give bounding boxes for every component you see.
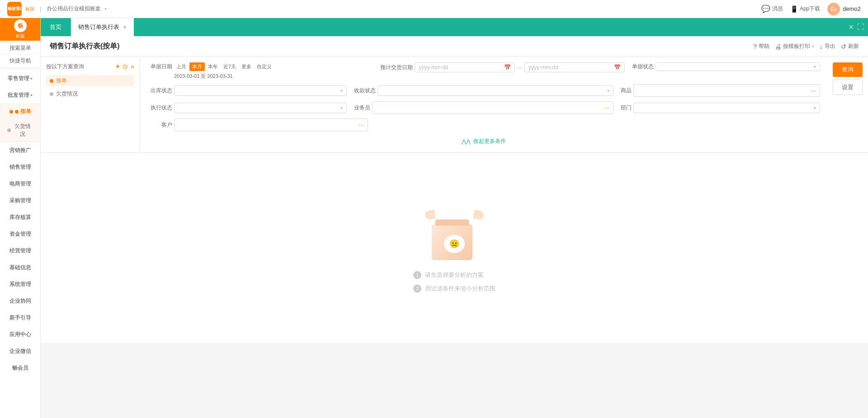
sidebar-item-label-member: 畅会员 xyxy=(12,364,28,372)
expected-date-start-placeholder: yyyy-mm-dd xyxy=(419,64,502,71)
sidebar-logo[interactable]: 畅 标版 xyxy=(0,18,40,41)
app-download-action[interactable]: 📱 App下载 xyxy=(790,5,820,13)
tab-sales-order[interactable]: 销售订单执行表 × xyxy=(71,18,134,36)
setting-button[interactable]: 设置 xyxy=(833,80,863,95)
tab-minimize-btn[interactable]: × xyxy=(849,23,854,32)
sidebar-item-wholesale[interactable]: 批发管理 ▾ xyxy=(0,87,40,104)
sub-item-label-order: 按单 xyxy=(20,108,31,115)
order-status-label: 单据状态 xyxy=(632,63,654,71)
sidebar-item-wechat[interactable]: 企业微信 xyxy=(0,343,40,360)
mobile-icon: 📱 xyxy=(790,5,798,13)
sub-item-label-debt: 欠货情况 xyxy=(13,123,33,138)
payment-status-select[interactable]: ▾ xyxy=(377,86,613,96)
calendar-icon-start: 📅 xyxy=(504,64,511,71)
filter-row-3: 执行状态 ▾ 业务员 ··· xyxy=(147,101,820,114)
sidebar-sub-item-order[interactable]: 按单 xyxy=(0,104,40,119)
sidebar-item-label-appstore: 应用中心 xyxy=(9,331,31,338)
chevron-icon-retail: ▾ xyxy=(30,76,33,81)
payment-arrow-icon: ▾ xyxy=(607,88,609,93)
sidebar-item-label-system: 系统管理 xyxy=(9,280,31,288)
tab-home[interactable]: 首页 xyxy=(41,18,71,36)
customer-label: 客户 xyxy=(147,121,172,129)
sidebar-quicknav[interactable]: 快捷导航 xyxy=(0,54,40,68)
filter-customer-group: 客户 ··· xyxy=(147,119,368,131)
customer-input[interactable]: ··· xyxy=(174,119,368,131)
date-btn-last-month[interactable]: 上月 xyxy=(174,62,189,71)
dept-select[interactable]: ▾ xyxy=(633,103,820,113)
print-label: 按模板打印 xyxy=(783,43,810,50)
app-download-label: App下载 xyxy=(800,5,820,13)
sidebar-divider-1 xyxy=(0,69,40,69)
inactive-dot xyxy=(7,128,11,132)
order-status-select[interactable]: ▾ xyxy=(656,62,820,71)
sidebar-item-enterprise[interactable]: 企业协同 xyxy=(0,293,40,309)
edit-scheme-btn[interactable]: ⊙ xyxy=(123,63,128,70)
filter-row-2: 出库状态 ▾ 收款状态 xyxy=(147,84,820,97)
empty-steps: 1 请先选择要分析的方案 2 用过滤条件来缩小分析范围 xyxy=(413,269,495,294)
refresh-btn[interactable]: ↺ 刷新 xyxy=(841,43,859,50)
step-1-num: 1 xyxy=(413,271,421,279)
expected-date-start[interactable]: yyyy-mm-dd 📅 xyxy=(415,62,515,72)
expected-date-end[interactable]: yyyy-mm-dd 📅 xyxy=(524,62,625,72)
scheme-item-order[interactable]: 按单 xyxy=(46,75,134,86)
filter-date-header: 单据日期 上月 本月 本年 近7天 更多 自定义 xyxy=(147,62,373,71)
sidebar-item-member[interactable]: 畅会员 xyxy=(0,360,40,376)
add-scheme-btn[interactable]: + xyxy=(116,62,120,71)
exec-status-label: 执行状态 xyxy=(147,104,172,112)
export-label: 导出 xyxy=(825,43,835,50)
sidebar-item-finance[interactable]: 资金管理 xyxy=(0,226,40,242)
tab-close-icon[interactable]: × xyxy=(123,24,127,30)
empty-state: 😐 1 请先选择要分析的方案 2 用过滤条件来缩小分析范围 xyxy=(41,153,868,343)
sidebar-sub-item-debt[interactable]: 欠货情况 xyxy=(0,119,40,142)
collapse-scheme-btn[interactable]: « xyxy=(131,63,134,70)
date-btn-this-year[interactable]: 本年 xyxy=(206,62,220,71)
breadcrumb-arrow[interactable]: ▾ xyxy=(104,6,107,11)
collapse-conditions-btn[interactable]: ⋀⋀ 收起更多条件 xyxy=(147,136,820,147)
expected-date-end-placeholder: yyyy-mm-dd xyxy=(528,64,612,71)
export-btn[interactable]: ↓ 导出 xyxy=(820,43,835,50)
empty-illustration: 😐 xyxy=(423,201,486,260)
date-btn-more[interactable]: 更多 xyxy=(239,62,254,71)
export-icon: ↓ xyxy=(820,43,823,50)
date-btn-this-month[interactable]: 本月 xyxy=(189,62,205,71)
filter-exec-status-group: 执行状态 ▾ xyxy=(147,103,347,113)
app-logo[interactable]: 畅捷通好生意 xyxy=(7,2,22,16)
sidebar-item-basic[interactable]: 基础信息 xyxy=(0,259,40,276)
expected-date-label: 预计交货日期 xyxy=(380,64,413,71)
sidebar-item-label-marketing: 营销推广 xyxy=(9,147,31,154)
exec-status-select[interactable]: ▾ xyxy=(174,103,347,113)
sidebar-item-system[interactable]: 系统管理 xyxy=(0,276,40,293)
payment-status-label: 收款状态 xyxy=(354,87,376,95)
product-input[interactable]: ··· xyxy=(633,84,820,97)
print-arrow-icon: ▾ xyxy=(812,44,814,49)
logo-text: 畅捷通好生意 xyxy=(8,6,21,11)
tab-maximize-btn[interactable]: ⛶ xyxy=(857,23,864,31)
sidebar-search[interactable]: 搜索菜单 xyxy=(0,41,40,54)
help-btn[interactable]: ? 帮助 xyxy=(753,43,769,50)
user-profile[interactable]: Ea demo2 xyxy=(827,3,861,15)
step-1-text: 请先选择要分析的方案 xyxy=(425,269,484,281)
sidebar-item-ecommerce[interactable]: 电商管理 xyxy=(0,176,40,192)
sidebar-item-marketing[interactable]: 营销推广 xyxy=(0,142,40,159)
date-btn-last7[interactable]: 近7天 xyxy=(221,62,238,71)
sidebar-item-sales[interactable]: 销售管理 xyxy=(0,159,40,176)
delivery-status-select[interactable]: ▾ xyxy=(174,86,347,96)
sidebar-item-retail[interactable]: 零售管理 ▾ xyxy=(0,70,40,87)
page-content: 销售订单执行表(按单) ? 帮助 🖨 按模板打印 ▾ xyxy=(41,36,868,418)
sidebar-item-inventory[interactable]: 库存核算 xyxy=(0,209,40,226)
query-button[interactable]: 查询 xyxy=(833,62,863,77)
filter-delivery-status-group: 出库状态 ▾ xyxy=(147,86,347,96)
username-label: demo2 xyxy=(843,5,861,12)
sidebar-item-operation[interactable]: 经营管理 xyxy=(0,242,40,259)
scheme-item-debt[interactable]: 欠货情况 xyxy=(46,88,134,100)
avatar-initials: Ea xyxy=(831,6,837,12)
print-btn[interactable]: 🖨 按模板打印 ▾ xyxy=(775,43,814,50)
sidebar-item-newbie[interactable]: 新手引导 xyxy=(0,309,40,326)
message-action[interactable]: 💬 消息 xyxy=(761,5,783,13)
date-btn-custom[interactable]: 自定义 xyxy=(255,62,274,71)
sidebar-item-appstore[interactable]: 应用中心 xyxy=(0,326,40,343)
salesperson-input[interactable]: ··· xyxy=(372,101,613,114)
sidebar-item-purchase[interactable]: 采购管理 xyxy=(0,192,40,209)
dept-arrow-icon: ▾ xyxy=(814,105,816,110)
sidebar-item-label-ecommerce: 电商管理 xyxy=(9,180,31,188)
